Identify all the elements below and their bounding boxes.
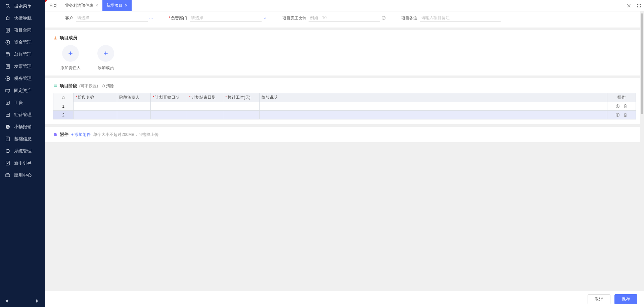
cancel-button[interactable]: 取消: [588, 294, 610, 304]
delete-row-icon[interactable]: [623, 104, 628, 108]
save-button[interactable]: 保存: [614, 294, 637, 304]
more-icon[interactable]: ⋯: [149, 16, 153, 20]
cell-owner[interactable]: [117, 102, 151, 111]
table-row-ops: [607, 111, 636, 119]
th-gear[interactable]: [53, 93, 74, 102]
tab-label: 新增项目: [106, 3, 123, 8]
svg-point-14: [6, 300, 8, 302]
close-icon[interactable]: ✕: [95, 3, 98, 8]
department-input[interactable]: [190, 14, 262, 22]
chevron-down-icon[interactable]: [263, 16, 267, 20]
close-panel-icon[interactable]: [625, 2, 633, 9]
sidebar-item-appcenter[interactable]: 应用中心: [0, 169, 45, 181]
sidebar-item-label: 搜索菜单: [14, 3, 32, 9]
add-owner-button[interactable]: [62, 45, 79, 62]
svg-point-16: [55, 37, 56, 38]
svg-rect-6: [6, 89, 10, 92]
sidebar-item-tax[interactable]: 税务管理: [0, 72, 45, 85]
sidebar-item-expense[interactable]: G 小畅报销: [0, 121, 45, 133]
main: 首页 业务利润预估表 ✕ 新增项目 ✕ 客户: [45, 0, 644, 307]
basic-icon: [5, 136, 11, 142]
cell-name[interactable]: [74, 111, 117, 119]
tab-label: 业务利润预估表: [65, 3, 93, 8]
add-row-icon[interactable]: [615, 104, 620, 108]
cell-start[interactable]: [151, 111, 187, 119]
th-start: *计划开始日期: [151, 93, 187, 102]
cell-name[interactable]: [74, 102, 117, 111]
optional-hint: (可不设置): [79, 83, 98, 89]
sidebar-item-system[interactable]: 系统管理: [0, 145, 45, 157]
completion-input[interactable]: [309, 14, 380, 22]
sidebar-item-label: 应用中心: [14, 172, 32, 178]
sidebar-item-label: 项目合同: [14, 27, 32, 33]
sidebar-item-basic[interactable]: 基础信息: [0, 133, 45, 145]
add-member-button[interactable]: [97, 45, 114, 62]
sidebar-item-label: 快捷导航: [14, 15, 32, 21]
cell-desc[interactable]: [260, 111, 607, 119]
section-phases: 项目阶段 (可不设置) 清除: [45, 75, 644, 124]
tab-profit[interactable]: 业务利润预估表 ✕: [61, 0, 102, 11]
table-row[interactable]: 1: [53, 102, 607, 111]
table-row[interactable]: 2: [53, 111, 607, 119]
sidebar-item-label: 总账管理: [14, 51, 32, 57]
content-scroll[interactable]: 客户 ⋯ *负责部门 项目完工比%: [45, 11, 644, 291]
cell-start[interactable]: [151, 102, 187, 111]
sidebar-item-salary[interactable]: 工资: [0, 97, 45, 109]
sidebar-item-contract[interactable]: 项目合同: [0, 24, 45, 36]
gear-icon[interactable]: [5, 299, 10, 304]
close-icon[interactable]: ✕: [125, 3, 128, 8]
phase-table: *阶段名称 阶段负责人 *计划开始日期 *计划结束日期 *预计工时(天) 阶段说…: [53, 93, 607, 119]
section-members: 项目成员 添加责任人 添加成员: [45, 28, 644, 75]
expense-icon: G: [5, 124, 11, 130]
invoice-icon: [5, 63, 11, 69]
customer-input[interactable]: [76, 14, 148, 22]
salary-icon: [5, 100, 11, 106]
add-row-icon[interactable]: [615, 113, 620, 117]
sidebar-item-guide[interactable]: 新手引导: [0, 157, 45, 169]
cell-end[interactable]: [187, 102, 223, 111]
remark-input[interactable]: [420, 14, 501, 22]
th-ops: 操作: [607, 93, 636, 102]
help-icon[interactable]: [381, 16, 386, 20]
tab-label: 首页: [49, 3, 57, 8]
clear-link[interactable]: 清除: [101, 83, 114, 89]
phase-ops-table: 操作: [607, 93, 636, 119]
scrollbar-thumb[interactable]: [641, 13, 643, 114]
cell-hours[interactable]: [223, 111, 260, 119]
sidebar-item-invoice[interactable]: 发票管理: [0, 60, 45, 72]
cell-desc[interactable]: [260, 102, 607, 111]
cell-owner[interactable]: [117, 111, 151, 119]
svg-rect-13: [6, 174, 10, 177]
sidebar-item-search[interactable]: 搜索菜单: [0, 0, 45, 12]
guide-icon: [5, 160, 11, 166]
completion-label: 项目完工比%: [282, 15, 306, 21]
svg-rect-18: [54, 87, 57, 87]
sidebar-item-ledger[interactable]: 总账管理: [0, 48, 45, 60]
scrollbar[interactable]: [640, 11, 644, 291]
sidebar-item-label: 资金管理: [14, 39, 32, 45]
collapse-icon[interactable]: [35, 299, 40, 304]
form-row: 客户 ⋯ *负责部门 项目完工比%: [45, 11, 644, 28]
doc-icon: [5, 27, 11, 33]
delete-row-icon[interactable]: [623, 113, 628, 117]
biz-icon: [5, 112, 11, 118]
sidebar-item-label: 工资: [14, 100, 23, 106]
sidebar-item-label: 经营管理: [14, 112, 32, 118]
cell-end[interactable]: [187, 111, 223, 119]
sidebar-item-nav[interactable]: 快捷导航: [0, 12, 45, 24]
add-attachment-link[interactable]: + 添加附件: [71, 132, 91, 138]
sidebar-item-asset[interactable]: 固定资产: [0, 85, 45, 97]
search-icon: [5, 3, 11, 9]
tab-new-project[interactable]: 新增项目 ✕: [102, 0, 132, 11]
row-index: 2: [53, 111, 74, 119]
cell-hours[interactable]: [223, 102, 260, 111]
th-desc: 阶段说明: [260, 93, 607, 102]
asset-icon: [5, 88, 11, 94]
sidebar-item-biz[interactable]: 经营管理: [0, 109, 45, 121]
svg-rect-3: [6, 53, 9, 56]
sidebar-item-fund[interactable]: 资金管理: [0, 36, 45, 48]
section-attachment: 附件 + 添加附件 单个大小不超过200MB，可拖拽上传: [45, 124, 644, 142]
svg-rect-12: [6, 161, 9, 165]
fullscreen-icon[interactable]: [635, 2, 643, 9]
svg-rect-4: [6, 64, 9, 68]
